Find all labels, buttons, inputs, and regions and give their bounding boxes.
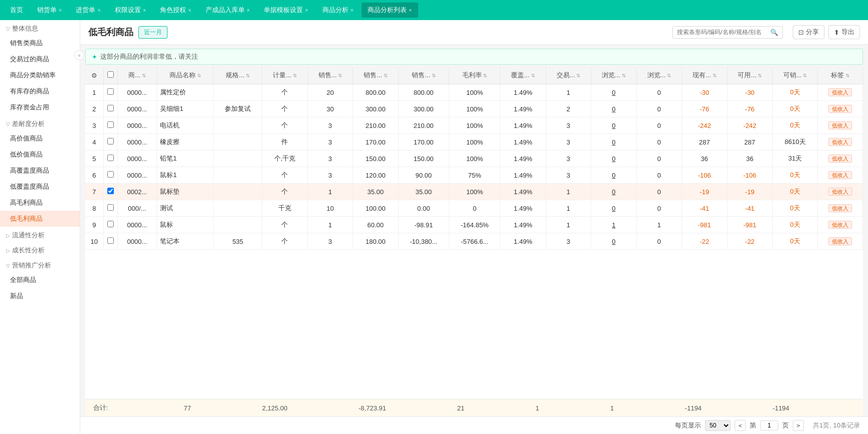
cell-checkbox[interactable]	[103, 101, 117, 117]
cell-checkbox[interactable]	[103, 134, 117, 151]
row-checkbox[interactable]	[107, 155, 114, 161]
cell-browse1[interactable]: 0	[591, 101, 636, 117]
row-checkbox[interactable]	[107, 105, 114, 111]
table-row: 10 0000... 笔记本 535 个 3 180.00 -10,380...…	[85, 233, 863, 250]
sidebar-item-low-margin[interactable]: 低毛利商品	[0, 211, 80, 227]
sidebar-item-in-stock[interactable]: 有库存的商品	[0, 83, 80, 99]
sidebar-collapse-button[interactable]: «	[74, 50, 84, 60]
cell-current-stock: -30	[682, 84, 727, 101]
sidebar-item-category-rate[interactable]: 商品分类助销率	[0, 67, 80, 83]
th-spec[interactable]: 规格...	[214, 67, 262, 84]
search-box: 🔍	[672, 26, 783, 39]
cell-browse2: 0	[636, 151, 681, 167]
cell-checkbox[interactable]	[103, 233, 117, 250]
cell-current-stock: 36	[682, 151, 727, 167]
sidebar-item-sales-goods[interactable]: 销售类商品	[0, 35, 80, 51]
nav-close-analysis[interactable]: ×	[351, 7, 354, 13]
th-sale-profit[interactable]: 销售...	[398, 67, 449, 84]
nav-sales-order[interactable]: 销货单 ×	[31, 3, 68, 18]
th-current-stock[interactable]: 现有...	[682, 67, 727, 84]
cell-checkbox[interactable]	[103, 84, 117, 101]
th-settings[interactable]: ⚙	[85, 67, 103, 84]
row-checkbox[interactable]	[107, 88, 114, 95]
th-browse1[interactable]: 浏览...	[591, 67, 636, 84]
share-button[interactable]: ⊡ 分享	[793, 25, 824, 39]
cell-browse1[interactable]: 1	[591, 217, 636, 233]
cell-browse1[interactable]: 0	[591, 151, 636, 167]
th-saleable[interactable]: 可销...	[772, 67, 817, 84]
nav-permissions[interactable]: 权限设置 ×	[109, 3, 152, 18]
nav-close-analysis-list[interactable]: ×	[409, 7, 412, 13]
th-coverage[interactable]: 覆盖...	[500, 67, 546, 84]
select-all-checkbox[interactable]	[107, 71, 114, 78]
nav-close-template[interactable]: ×	[305, 7, 308, 13]
row-checkbox[interactable]	[107, 204, 114, 211]
search-input[interactable]	[673, 27, 766, 38]
sidebar-item-low-coverage[interactable]: 低覆盖度商品	[0, 179, 80, 195]
cell-browse1[interactable]: 0	[591, 117, 636, 134]
th-sale-qty[interactable]: 销售...	[307, 67, 353, 84]
th-unit[interactable]: 计量...	[262, 67, 307, 84]
th-transactions[interactable]: 交易...	[546, 67, 591, 84]
nav-product-entry[interactable]: 产成品入库单 ×	[200, 3, 256, 18]
cell-current-stock: 287	[682, 134, 727, 151]
cell-code: 0000...	[117, 117, 157, 134]
nav-close-product[interactable]: ×	[247, 7, 250, 13]
footer-current-stock: -1194	[675, 404, 712, 412]
cell-browse1[interactable]: 0	[591, 200, 636, 217]
cell-checkbox[interactable]	[103, 117, 117, 134]
row-checkbox[interactable]	[107, 171, 114, 178]
sidebar-item-new-goods[interactable]: 新品	[0, 288, 80, 304]
nav-analysis-list[interactable]: 商品分析列表 ×	[362, 3, 418, 18]
cell-browse1[interactable]: 0	[591, 134, 636, 151]
nav-template-settings[interactable]: 单据模板设置 ×	[258, 3, 314, 18]
cell-checkbox[interactable]	[103, 167, 117, 184]
sidebar-item-high-value[interactable]: 高价值商品	[0, 130, 80, 147]
sidebar-item-capital[interactable]: 库存资金占用	[0, 99, 80, 115]
sidebar-item-low-value[interactable]: 低价值商品	[0, 147, 80, 163]
nav-close-roles[interactable]: ×	[188, 7, 191, 13]
filter-period-button[interactable]: 近一月	[138, 26, 167, 39]
nav-roles[interactable]: 角色授权 ×	[154, 3, 197, 18]
sidebar-item-high-coverage[interactable]: 高覆盖度商品	[0, 163, 80, 179]
nav-home[interactable]: 首页	[4, 3, 29, 18]
cell-coverage: 1.49%	[500, 101, 546, 117]
sidebar-item-traded-goods[interactable]: 交易过的商品	[0, 51, 80, 67]
row-checkbox[interactable]	[107, 138, 114, 144]
th-browse2[interactable]: 浏览...	[636, 67, 681, 84]
page-size-select[interactable]: 20 50 100	[705, 420, 731, 431]
th-code[interactable]: 商...	[117, 67, 157, 84]
prev-page-button[interactable]: ＜	[735, 420, 746, 431]
th-sale-amount[interactable]: 销售...	[353, 67, 398, 84]
sidebar-item-high-margin[interactable]: 高毛利商品	[0, 195, 80, 211]
next-page-button[interactable]: ＞	[793, 420, 804, 431]
nav-close-permissions[interactable]: ×	[143, 7, 146, 13]
cell-browse1[interactable]: 0	[591, 184, 636, 200]
cell-checkbox[interactable]	[103, 151, 117, 167]
row-checkbox[interactable]	[107, 221, 114, 227]
cell-checkbox[interactable]	[103, 217, 117, 233]
cell-checkbox[interactable]	[103, 184, 117, 200]
th-profit-rate[interactable]: 毛利率	[449, 67, 500, 84]
cell-checkbox[interactable]	[103, 200, 117, 217]
export-button[interactable]: ⬆ 导出	[828, 25, 860, 39]
row-checkbox[interactable]	[107, 121, 114, 128]
search-button[interactable]: 🔍	[766, 27, 782, 38]
nav-close-sales[interactable]: ×	[59, 7, 62, 13]
nav-purchase-order[interactable]: 进货单 ×	[70, 3, 106, 18]
nav-close-purchase[interactable]: ×	[97, 7, 100, 13]
page-number-input[interactable]	[760, 420, 778, 430]
th-checkbox[interactable]	[103, 67, 117, 84]
cell-sale-amount: 800.00	[353, 84, 398, 101]
cell-browse1[interactable]: 0	[591, 233, 636, 250]
data-table-container[interactable]: ⚙ 商... 商品名称 规格... 计量... 销售... 销售... 销售..…	[85, 67, 863, 399]
cell-browse1[interactable]: 0	[591, 167, 636, 184]
nav-product-analysis[interactable]: 商品分析 ×	[316, 3, 360, 18]
th-tag[interactable]: 标签	[818, 67, 863, 84]
row-checkbox[interactable]	[107, 188, 114, 194]
row-checkbox[interactable]	[107, 237, 114, 244]
cell-browse1[interactable]: 0	[591, 84, 636, 101]
sidebar-item-all-goods[interactable]: 全部商品	[0, 272, 80, 288]
th-available[interactable]: 可用...	[727, 67, 772, 84]
th-name[interactable]: 商品名称	[157, 67, 214, 84]
